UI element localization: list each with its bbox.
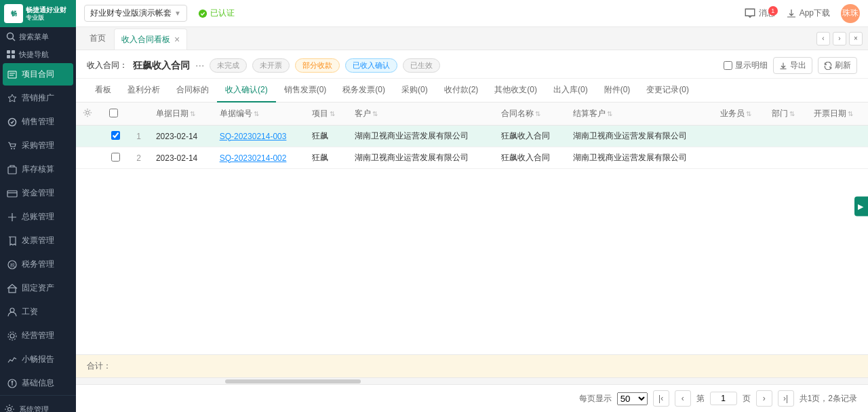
tab-active[interactable]: 收入合同看板 ×	[114, 29, 187, 50]
row-settings-cell	[76, 126, 102, 147]
col-customer[interactable]: 客户⇅	[348, 102, 495, 126]
settings-col-icon[interactable]	[83, 108, 92, 117]
col-number[interactable]: 单据编号⇅	[213, 102, 306, 126]
svg-point-9	[11, 148, 12, 149]
col-date[interactable]: 单据日期⇅	[149, 102, 213, 126]
tab-change-log[interactable]: 变更记录(0)	[638, 79, 697, 102]
sidebar-item-funds[interactable]: 资金管理	[3, 182, 73, 204]
user-avatar[interactable]: 珠珠	[841, 4, 860, 23]
status-partial-button[interactable]: 部分收款	[295, 58, 340, 73]
sidebar-item-invoice[interactable]: 发票管理	[3, 229, 73, 252]
sidebar-item-marketing[interactable]: 营销推广	[3, 87, 73, 109]
tab-close-button[interactable]: ×	[174, 35, 180, 44]
col-contract-name[interactable]: 合同名称⇅	[494, 102, 566, 126]
page-last-button[interactable]: ›|	[778, 390, 794, 407]
tab-attachment[interactable]: 附件(0)	[596, 79, 639, 102]
basic-info-icon	[7, 378, 18, 389]
tax-icon: 税	[7, 259, 18, 270]
sidebar-item-label: 经营管理	[22, 330, 54, 341]
per-page-select[interactable]: 50 100 200	[617, 392, 648, 405]
tab-sales-invoice[interactable]: 销售发票(0)	[276, 79, 335, 102]
tab-tax-invoice[interactable]: 税务发票(0)	[334, 79, 393, 102]
sidebar-item-sales[interactable]: 销售管理	[3, 111, 73, 133]
sticky-action-button[interactable]: ▶	[854, 196, 868, 216]
page-next-button[interactable]: ›	[756, 390, 772, 407]
table-header-row: 单据日期⇅ 单据编号⇅ 项目⇅ 客户⇅ 合同名称⇅ 结算客户⇅ 业务员⇅ 部门⇅…	[76, 102, 868, 126]
sidebar-item-reports[interactable]: 小畅报告	[3, 348, 73, 371]
tab-home[interactable]: 首页	[81, 27, 114, 50]
col-settlement-customer[interactable]: 结算客户⇅	[566, 102, 713, 126]
accounting-icon	[7, 212, 18, 223]
tab-purchase[interactable]: 采购(0)	[393, 79, 436, 102]
sidebar-item-operations[interactable]: 经营管理	[3, 324, 73, 347]
svg-rect-3	[12, 50, 15, 54]
select-all-checkbox[interactable]	[109, 109, 118, 117]
sidebar-bottom-item[interactable]: 系统管理	[0, 400, 76, 412]
contract-header: 收入合同： 狂飙收入合同 ··· 未完成 未开票 部分收款 已收入确认 已生效 …	[76, 50, 868, 79]
sidebar-item-labor[interactable]: 工资	[3, 301, 73, 323]
col-project[interactable]: 项目⇅	[305, 102, 347, 126]
row-checkbox-cell[interactable]	[102, 126, 128, 147]
row-checkbox[interactable]	[111, 131, 120, 140]
sidebar-search[interactable]: 搜索菜单	[0, 27, 76, 46]
tab-prev-button[interactable]: ‹	[816, 32, 830, 45]
main-content: 好业财专业版演示帐套 ▼ 已认证 1 消息 App下载 珠珠 首页 收入合同看	[76, 0, 868, 412]
contract-label: 收入合同：	[87, 60, 127, 71]
tab-revenue-confirm[interactable]: 收入确认(2)	[217, 79, 276, 102]
svg-rect-2	[7, 50, 10, 54]
sidebar-item-fixed-assets[interactable]: 固定资产	[3, 277, 73, 299]
message-badge: 1	[768, 6, 778, 16]
col-invoice-date[interactable]: 开票日期⇅	[807, 102, 868, 126]
row-checkbox-cell[interactable]	[102, 147, 128, 169]
tab-profit-analysis[interactable]: 盈利分析	[119, 79, 168, 102]
sidebar-item-project-contract[interactable]: 项目合同	[3, 63, 73, 86]
refresh-button[interactable]: 刷新	[818, 57, 857, 74]
page-number-input[interactable]	[710, 392, 737, 405]
status-confirmed-button[interactable]: 已收入确认	[345, 58, 397, 73]
document-link[interactable]: SQ-20230214-003	[220, 132, 287, 141]
tab-next-button[interactable]: ›	[833, 32, 846, 45]
status-incomplete-button[interactable]: 未完成	[210, 58, 247, 73]
sidebar-item-label: 采购管理	[22, 140, 54, 151]
sidebar-item-accounting[interactable]: 总账管理	[3, 206, 73, 228]
detail-checkbox-input[interactable]	[724, 61, 732, 70]
horizontal-scrollbar[interactable]	[76, 377, 868, 384]
tab-dashboard[interactable]: 看板	[87, 79, 119, 102]
tab-contract-subject[interactable]: 合同标的	[168, 79, 217, 102]
company-selector[interactable]: 好业财专业版演示帐套 ▼	[84, 5, 187, 22]
scrollbar-thumb[interactable]	[225, 379, 361, 383]
row-checkbox[interactable]	[111, 153, 120, 162]
app-download-button[interactable]: App下载	[786, 7, 830, 19]
svg-point-24	[199, 9, 207, 17]
row-number-link[interactable]: SQ-20230214-003	[213, 126, 306, 147]
message-icon	[744, 7, 756, 20]
page-first-button[interactable]: |‹	[653, 390, 669, 407]
invoice-icon	[7, 236, 18, 246]
row-number-link[interactable]: SQ-20230214-002	[213, 147, 306, 169]
sidebar-quick-nav[interactable]: 快捷导航	[0, 46, 76, 62]
more-options-button[interactable]: ···	[195, 60, 204, 72]
export-button[interactable]: 导出	[773, 57, 812, 74]
sidebar-item-purchase[interactable]: 采购管理	[3, 134, 73, 157]
tab-payment[interactable]: 收付款(2)	[436, 79, 487, 102]
sidebar-item-tax[interactable]: 税 税务管理	[3, 253, 73, 276]
tab-close-all-button[interactable]: ×	[849, 32, 863, 45]
sidebar-item-inventory[interactable]: 库存核算	[3, 158, 73, 181]
data-table-wrap: 单据日期⇅ 单据编号⇅ 项目⇅ 客户⇅ 合同名称⇅ 结算客户⇅ 业务员⇅ 部门⇅…	[76, 102, 868, 354]
row-date: 2023-02-14	[149, 147, 213, 169]
tab-warehouse[interactable]: 出入库(0)	[545, 79, 596, 102]
row-customer: 湖南卫视商业运营发展有限公司	[348, 126, 495, 147]
col-department[interactable]: 部门⇅	[765, 102, 807, 126]
tab-other-income[interactable]: 其他收支(0)	[486, 79, 545, 102]
status-uninvoiced-button[interactable]: 未开票	[252, 58, 290, 73]
document-link[interactable]: SQ-20230214-002	[220, 153, 287, 163]
col-salesperson[interactable]: 业务员⇅	[713, 102, 765, 126]
page-prev-button[interactable]: ‹	[675, 390, 691, 407]
sidebar-item-basic-info[interactable]: 基础信息	[3, 372, 73, 394]
message-button[interactable]: 1 消息	[744, 7, 775, 20]
show-detail-checkbox[interactable]: 显示明细	[724, 60, 768, 71]
status-effective-button[interactable]: 已生效	[403, 58, 440, 73]
sales-icon	[7, 117, 18, 128]
topbar-right: 1 消息 App下载 珠珠	[744, 4, 860, 23]
search-label: 搜索菜单	[19, 32, 49, 42]
